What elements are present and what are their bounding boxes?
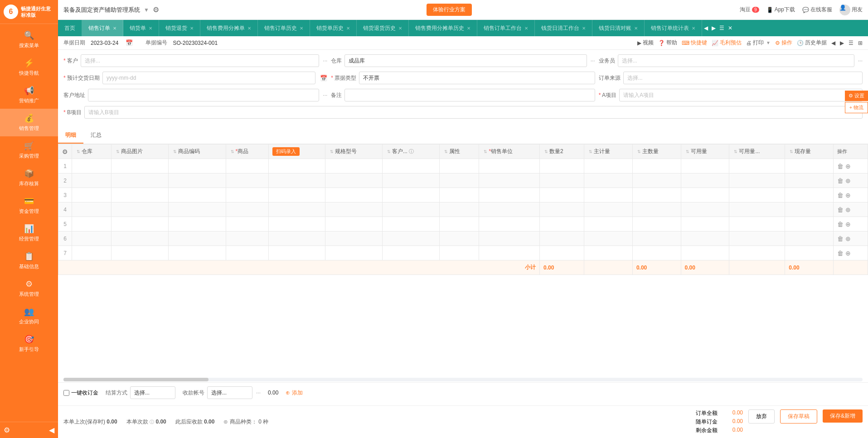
row-4-main-qty[interactable] [632,202,681,217]
row-6-qty2[interactable] [540,231,584,246]
row-5-main-qty[interactable] [632,217,681,231]
row-2-qty2[interactable] [540,173,584,188]
row-7-qty2[interactable] [540,246,584,260]
tab-sales-expense[interactable]: 销售费用分摊单 ✕ [200,20,258,36]
tab-prev[interactable]: ◀ [702,25,710,31]
row-1-warehouse[interactable] [72,159,112,173]
row-3-spec[interactable] [325,188,382,202]
sidebar-item-quicknav[interactable]: ⚡ 快捷导航 [0,53,58,81]
customer-more-icon[interactable]: ··· [323,58,327,64]
row-6-main-unit[interactable] [584,231,633,246]
sidebar-item-finance[interactable]: 💳 资金管理 [0,192,58,219]
row-7-product-code[interactable] [169,246,226,260]
customer-input[interactable] [81,54,319,67]
row-1-customer-code[interactable] [382,159,439,173]
row-3-warehouse[interactable] [72,188,112,202]
tab-invoice-history[interactable]: 销货单历史 ✕ [310,20,357,36]
row-5-warehouse[interactable] [72,217,112,231]
operations-btn[interactable]: ⚙ 操作 [775,39,792,47]
tab-sales-stats-close[interactable]: ✕ [692,26,695,31]
row-4-qty2[interactable] [540,202,584,217]
row-4-scan[interactable] [269,202,325,217]
settings-gear-icon[interactable]: ⚙ [153,5,159,14]
tab-sales-order-close[interactable]: ✕ [113,26,116,31]
discard-button[interactable]: 放弃 [748,409,775,424]
row-1-stock[interactable] [785,159,834,173]
sidebar-item-marketing[interactable]: 📢 营销推广 [0,81,58,109]
row-1-scan[interactable] [269,159,325,173]
row-6-customer-code[interactable] [382,231,439,246]
row-1-main-qty[interactable] [632,159,681,173]
tab-daily-clear-workbench-close[interactable]: ✕ [582,26,586,31]
row-5-customer-code[interactable] [382,217,439,231]
row-1-spec[interactable] [325,159,382,173]
row-5-sales-unit[interactable] [479,217,540,231]
row-1-available2[interactable] [729,159,785,173]
row-5-copy-icon[interactable]: ⊕ [845,221,851,228]
save-new-button[interactable]: 保存&新增 [823,409,863,423]
row-7-scan[interactable] [269,246,325,260]
row-7-attribute[interactable] [440,246,479,260]
taodou-btn[interactable]: 淘豆 9 [740,6,759,14]
sidebar-collapse-icon[interactable]: ◀ [49,426,54,434]
row-2-product-image[interactable] [112,173,169,188]
row-5-product-image[interactable] [112,217,169,231]
payment-method-select[interactable]: 选择... [130,386,175,399]
invoice-type-select[interactable]: 不开票 [359,72,595,84]
row-2-available2[interactable] [729,173,785,188]
row-3-available[interactable] [681,188,729,202]
row-5-product-code[interactable] [169,217,226,231]
customer-address-input[interactable] [88,89,319,101]
row-1-copy-icon[interactable]: ⊕ [845,163,851,170]
tab-sales-invoice[interactable]: 销货单 ✕ [123,20,159,36]
row-1-available[interactable] [681,159,729,173]
user-btn[interactable]: 👤 用友 [839,5,863,15]
row-4-main-unit[interactable] [584,202,633,217]
scan-btn[interactable]: 扫码录入 [272,147,300,156]
row-4-product-image[interactable] [112,202,169,217]
row-6-copy-icon[interactable]: ⊕ [845,235,851,242]
grid-view-icon[interactable]: ⊞ [858,40,863,46]
profit-estimate-btn[interactable]: 📈 毛利预估 [712,39,742,47]
tab-sales-order-history-close[interactable]: ✕ [300,26,303,31]
row-7-stock[interactable] [785,246,834,260]
row-5-product[interactable] [226,217,269,231]
row-4-available2[interactable] [729,202,785,217]
row-6-scan[interactable] [269,231,325,246]
tab-daily-reconcile[interactable]: 钱货日清对账 ✕ [592,20,645,36]
notes-input[interactable] [344,89,595,101]
row-3-customer-code[interactable] [382,188,439,202]
app-download-btn[interactable]: 📱 App下载 [766,6,795,14]
tab-sales-order-history[interactable]: 销售订单历史 ✕ [258,20,310,36]
row-3-main-unit[interactable] [584,188,633,202]
salesperson-input[interactable] [618,54,854,67]
row-3-product-image[interactable] [112,188,169,202]
row-5-available2[interactable] [729,217,785,231]
tab-daily-reconcile-close[interactable]: ✕ [634,26,638,31]
row-1-main-unit[interactable] [584,159,633,173]
row-4-customer-code[interactable] [382,202,439,217]
sidebar-item-system[interactable]: ⚙ 系统管理 [0,274,58,302]
row-6-attribute[interactable] [440,231,479,246]
row-6-available2[interactable] [729,231,785,246]
tab-expense-history-close[interactable]: ✕ [467,26,470,31]
th-gear[interactable]: ⚙ [58,144,72,159]
row-7-warehouse[interactable] [72,246,112,260]
row-4-product-code[interactable] [169,202,226,217]
warehouse-more-icon[interactable]: ··· [591,58,595,64]
row-2-customer-code[interactable] [382,173,439,188]
row-1-product[interactable] [226,159,269,173]
row-6-delete-icon[interactable]: 🗑 [837,235,844,242]
sidebar-item-guide[interactable]: 🎯 新手引导 [0,330,58,357]
row-7-available2[interactable] [729,246,785,260]
row-3-stock[interactable] [785,188,834,202]
row-5-spec[interactable] [325,217,382,231]
row-3-product[interactable] [226,188,269,202]
row-5-attribute[interactable] [440,217,479,231]
tab-detail[interactable]: 明细 [58,128,83,144]
row-4-stock[interactable] [785,202,834,217]
add-payment-btn[interactable]: ⊕ 添加 [286,389,302,397]
row-6-warehouse[interactable] [72,231,112,246]
row-2-spec[interactable] [325,173,382,188]
row-5-main-unit[interactable] [584,217,633,231]
